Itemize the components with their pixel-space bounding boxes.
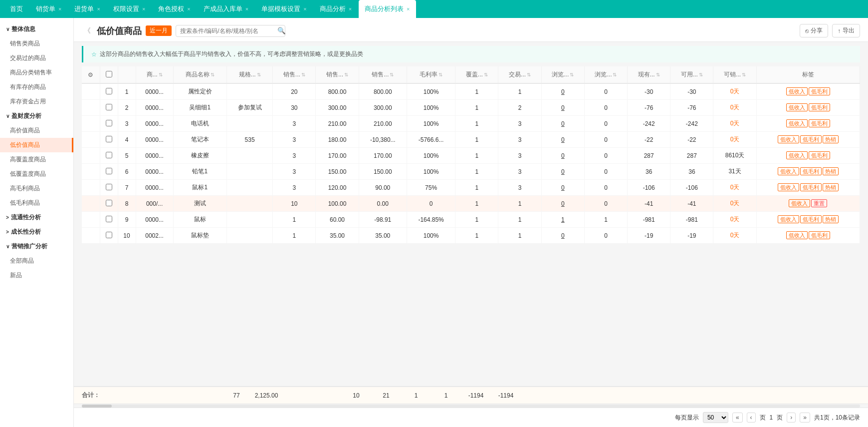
row-checkbox[interactable] [106, 88, 112, 94]
browse-count-link[interactable]: 1 [561, 216, 565, 223]
browse1-cell[interactable]: 0 [541, 132, 584, 148]
sidebar-item-sales-products[interactable]: 销售类商品 [0, 36, 73, 51]
sidebar-item-low-margin[interactable]: 低毛利商品 [0, 196, 73, 210]
checkbox-cell[interactable] [100, 164, 118, 180]
stock-column-header[interactable]: 现有...⇅ [628, 66, 670, 83]
browse1-cell[interactable]: 0 [541, 180, 584, 196]
sidebar-item-traded-products[interactable]: 交易过的商品 [0, 51, 73, 65]
browse1-cell[interactable]: 0 [541, 100, 584, 116]
checkbox-cell[interactable] [100, 132, 118, 148]
sales-amount-column-header[interactable]: 销售...⇅ [359, 66, 407, 83]
nav-finished-goods[interactable]: 产成品入库单 × [198, 0, 254, 18]
sales-price-column-header[interactable]: 销售...⇅ [316, 66, 359, 83]
search-input[interactable] [176, 25, 285, 37]
last-page-button[interactable]: » [800, 413, 810, 423]
sidebar-item-all-products[interactable]: 全部商品 [0, 254, 73, 268]
checkbox-cell[interactable] [100, 196, 118, 212]
checkbox-cell[interactable] [100, 100, 118, 116]
sidebar-group-title-profit[interactable]: ∨ 盈财度分析 [0, 109, 73, 123]
trade-column-header[interactable]: 交易...⇅ [498, 66, 541, 83]
salable-column-header[interactable]: 可销...⇅ [713, 66, 756, 83]
browse-count-link[interactable]: 0 [561, 168, 565, 175]
close-icon[interactable]: × [97, 6, 100, 12]
sidebar-group-title-overall[interactable]: ∨ 整体信息 [0, 22, 73, 36]
sidebar-item-category-sales-rate[interactable]: 商品分类销售率 [0, 65, 73, 80]
sidebar-item-stocked-products[interactable]: 有库存的商品 [0, 80, 73, 94]
sidebar-item-high-coverage[interactable]: 高覆盖度商品 [0, 152, 73, 167]
browse1-cell[interactable]: 0 [541, 83, 584, 100]
browse-count-link[interactable]: 0 [561, 152, 565, 159]
close-icon[interactable]: × [142, 6, 145, 12]
browse1-cell[interactable]: 1 [541, 212, 584, 228]
nav-product-analysis[interactable]: 商品分析 × [314, 0, 358, 18]
row-checkbox[interactable] [106, 136, 112, 142]
browse-count-link[interactable]: 0 [561, 232, 565, 239]
browse1-cell[interactable]: 0 [541, 164, 584, 180]
prev-page-button[interactable]: ‹ [747, 413, 756, 423]
sidebar-item-inventory-capital[interactable]: 库存资金占用 [0, 94, 73, 109]
close-icon[interactable]: × [187, 6, 190, 12]
row-checkbox[interactable] [106, 200, 112, 206]
scroll-thumb[interactable] [82, 405, 112, 408]
checkbox-cell[interactable] [100, 212, 118, 228]
browse-count-link[interactable]: 0 [561, 120, 565, 127]
nav-permissions[interactable]: 权限设置 × [107, 0, 151, 18]
close-icon[interactable]: × [245, 6, 248, 12]
browse-count-link[interactable]: 0 [561, 184, 565, 191]
browse-count-link[interactable]: 0 [561, 88, 565, 95]
checkbox-column-header[interactable] [100, 66, 118, 83]
next-page-button[interactable]: › [787, 413, 796, 423]
sidebar-item-low-coverage[interactable]: 低覆盖度商品 [0, 167, 73, 181]
sidebar-item-new-products[interactable]: 新品 [0, 268, 73, 283]
collapse-sidebar-button[interactable]: 《 [82, 24, 93, 37]
row-checkbox[interactable] [106, 216, 112, 222]
close-icon[interactable]: × [349, 6, 352, 12]
checkbox-cell[interactable] [100, 83, 118, 100]
search-button[interactable]: 🔍 [277, 27, 286, 34]
row-checkbox[interactable] [106, 104, 112, 110]
close-icon[interactable]: × [407, 6, 410, 12]
available-column-header[interactable]: 可用...⇅ [670, 66, 713, 83]
nav-home[interactable]: 首页 [4, 0, 29, 18]
checkbox-cell[interactable] [100, 180, 118, 196]
nav-sales-order[interactable]: 销货单 × [30, 0, 67, 18]
sidebar-item-high-value[interactable]: 高价值商品 [0, 123, 73, 138]
checkbox-cell[interactable] [100, 148, 118, 164]
sidebar-group-title-liquidity[interactable]: > 流通性分析 [0, 210, 73, 225]
close-icon[interactable]: × [303, 6, 306, 12]
select-all-checkbox[interactable] [106, 71, 112, 77]
first-page-button[interactable]: « [732, 413, 743, 423]
sidebar-group-title-marketing[interactable]: ∨ 营销推广分析 [0, 239, 73, 254]
row-checkbox[interactable] [106, 184, 112, 190]
sidebar-item-low-value[interactable]: 低价值商品 [0, 138, 73, 152]
export-button[interactable]: ↑ 导出 [832, 24, 860, 37]
nav-roles[interactable]: 角色授权 × [152, 0, 196, 18]
page-size-select[interactable]: 50 100 200 [703, 412, 728, 423]
settings-column-header[interactable]: ⚙ [82, 66, 100, 83]
gross-margin-column-header[interactable]: 毛利率⇅ [407, 66, 455, 83]
coverage-column-header[interactable]: 覆盖...⇅ [455, 66, 498, 83]
checkbox-cell[interactable] [100, 116, 118, 132]
nav-purchase-order[interactable]: 进货单 × [68, 0, 106, 18]
row-checkbox[interactable] [106, 168, 112, 174]
sidebar-item-high-margin[interactable]: 高毛利商品 [0, 181, 73, 196]
browse1-cell[interactable]: 0 [541, 228, 584, 244]
nav-template-settings[interactable]: 单据模板设置 × [255, 0, 312, 18]
row-checkbox[interactable] [106, 120, 112, 126]
checkbox-cell[interactable] [100, 228, 118, 244]
sales-qty-column-header[interactable]: 销售...⇅ [273, 66, 316, 83]
row-checkbox[interactable] [106, 232, 112, 238]
code-column-header[interactable]: 商...⇅ [136, 66, 173, 83]
nav-product-analysis-list[interactable]: 商品分析列表 × [359, 0, 416, 18]
browse2-column-header[interactable]: 浏览...⇅ [584, 66, 627, 83]
browse-count-link[interactable]: 0 [561, 200, 565, 207]
browse1-cell[interactable]: 0 [541, 196, 584, 212]
browse1-column-header[interactable]: 浏览...⇅ [541, 66, 584, 83]
browse-count-link[interactable]: 0 [561, 136, 565, 143]
share-button[interactable]: ⎋ 分享 [800, 24, 828, 37]
browse1-cell[interactable]: 0 [541, 116, 584, 132]
sidebar-group-title-growth[interactable]: > 成长性分析 [0, 225, 73, 239]
spec-column-header[interactable]: 规格...⇅ [226, 66, 272, 83]
browse1-cell[interactable]: 0 [541, 148, 584, 164]
close-icon[interactable]: × [58, 6, 61, 12]
